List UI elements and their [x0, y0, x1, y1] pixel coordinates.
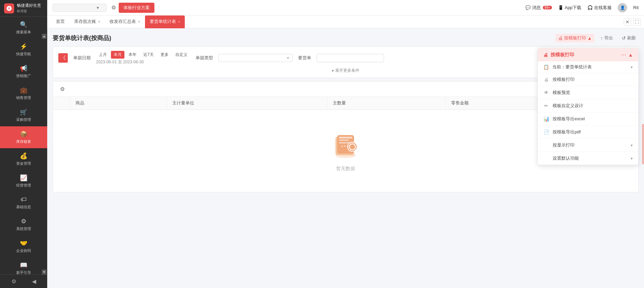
date-tab-more[interactable]: 更多: [158, 51, 171, 59]
print-dropdown-item-excel[interactable]: 📊 按模板导出excel: [538, 113, 638, 126]
search-dropdown-icon[interactable]: ▾: [97, 5, 99, 10]
sidebar-label-sales: 销售管理: [16, 95, 31, 100]
operations-icon: 📈: [20, 174, 27, 182]
sidebar-item-marketing[interactable]: 📢 营销推广: [0, 61, 47, 83]
tab-inventory-batch[interactable]: 库存批次账 ×: [69, 15, 105, 28]
current-template-label: 当前：要货单统计表: [552, 64, 592, 70]
tabs-close-all-btn[interactable]: ✕: [624, 18, 631, 26]
app-download-label: App下载: [565, 5, 581, 11]
sidebar-scroll-down[interactable]: ▼: [42, 269, 47, 275]
tab-home-label: 首页: [56, 19, 65, 25]
sidebar-label-finance: 资金管理: [16, 161, 31, 166]
date-tab-this-year[interactable]: 本年: [126, 51, 139, 59]
header-gear-icon[interactable]: ⚙: [111, 4, 116, 11]
tab-order-stats[interactable]: 要货单统计表 ×: [145, 15, 185, 28]
avatar-icon: 👤: [620, 5, 625, 10]
tabs-expand-btn[interactable]: ⛶: [633, 18, 641, 26]
print-dropdown-header-controls: ⋯ ▲: [621, 52, 633, 58]
order-num-input-wrapper: [317, 54, 384, 62]
doc-type-dropdown[interactable]: ▾: [218, 54, 293, 62]
top-header: ▾ ⚙ 体验行业方案 💬 消息 99+ 📱 App下载 🎧 在线客服 👤 Rit: [47, 0, 644, 15]
tab-order-stats-close[interactable]: ×: [178, 20, 180, 24]
print-dropdown-more-icon[interactable]: ⋯: [621, 52, 626, 58]
empty-text: 暂无数据: [336, 166, 355, 172]
marketing-icon: 📢: [20, 65, 27, 72]
sidebar-item-system[interactable]: ⚙ 系统管理: [0, 214, 47, 235]
print-dropdown-item-pdf[interactable]: 📄 按模板导出pdf: [538, 126, 638, 139]
order-num-input[interactable]: [320, 56, 380, 61]
sidebar-item-search[interactable]: 🔍 搜索菜单: [0, 17, 47, 39]
print-btn[interactable]: 🖨 按模板打印 ▲: [555, 34, 594, 42]
table-col-product: 商品: [70, 97, 167, 110]
print-dropdown-item-custom[interactable]: ✏ 模板自定义设计: [538, 99, 638, 113]
header-search-box[interactable]: ▾: [53, 4, 107, 12]
quicknav-icon: ⚡: [20, 43, 27, 50]
date-filter-group: 上月 本月 本年 近7天 更多: [96, 51, 190, 65]
sidebar-item-sales[interactable]: 💼 销售管理: [0, 83, 47, 104]
refresh-btn[interactable]: ↺ 刷新: [619, 34, 639, 42]
filter-expand-btn[interactable]: 《: [58, 53, 68, 63]
template-print-label: 按模板打印: [553, 76, 575, 83]
print-dropdown-item-display[interactable]: 按显示打印 ▾: [538, 139, 638, 152]
refresh-label: 刷新: [627, 35, 636, 41]
page-content: 要货单统计表(按商品) 🖨 按模板打印 ▲ ↑ 导出 ↺ 刷新: [47, 28, 644, 288]
tab-home[interactable]: 首页: [51, 15, 69, 28]
print-dropdown-icon: 🖨: [543, 52, 548, 58]
online-service-label: 在线客服: [594, 5, 612, 11]
refresh-icon: ↺: [622, 35, 626, 41]
print-dropdown-header[interactable]: 🖨 按模板打印 ⋯ ▲: [538, 48, 638, 61]
sidebar-scroll-up[interactable]: ▲: [42, 34, 47, 39]
sidebar-label-operations: 经营管理: [16, 183, 31, 188]
empty-illustration: [329, 130, 362, 160]
sidebar-item-finance[interactable]: 💰 资金管理: [0, 148, 47, 170]
user-avatar[interactable]: 👤: [618, 3, 627, 12]
date-tab-last-month[interactable]: 上月: [96, 51, 110, 59]
sidebar-nav: 🔍 搜索菜单 ⚡ 快捷导航 📢 营销推广 💼 销售管理 🛒 采购管理 📦 库存核…: [0, 17, 47, 288]
header-search-input[interactable]: [56, 5, 97, 10]
sidebar-item-basics[interactable]: 🏷 基础信息: [0, 192, 47, 214]
current-template-icon: 📋: [543, 64, 549, 70]
date-tab-this-month[interactable]: 本月: [111, 51, 124, 59]
set-default-label: 设置默认功能: [553, 155, 579, 161]
online-service-action[interactable]: 🎧 在线客服: [587, 5, 612, 11]
sidebar-item-enterprise[interactable]: 🤝 企业协同: [0, 235, 47, 257]
table-col-index: [53, 97, 70, 110]
industry-btn[interactable]: 体验行业方案: [119, 3, 154, 13]
message-label: 消息: [532, 5, 541, 11]
collapse-icon[interactable]: ◀: [32, 278, 36, 285]
message-action[interactable]: 💬 消息 99+: [525, 5, 552, 11]
sidebar-item-quicknav[interactable]: ⚡ 快捷导航: [0, 39, 47, 61]
sidebar-label-quicknav: 快捷导航: [16, 52, 31, 57]
tabs-right: ✕ ⛶: [624, 18, 641, 26]
print-dropdown-collapse-icon[interactable]: ▲: [628, 52, 633, 58]
set-default-arrow: ▾: [631, 156, 633, 161]
print-dropdown-item-preview[interactable]: 👁 模板预览: [538, 86, 638, 99]
sidebar-item-inventory[interactable]: 📦 库存核算: [0, 126, 47, 148]
svg-line-8: [355, 150, 358, 153]
print-dropdown: 🖨 按模板打印 ⋯ ▲ 📋 当前：要货单统计表: [537, 48, 639, 165]
purchase-icon: 🛒: [20, 108, 27, 116]
tab-stock-summary[interactable]: 收发存汇总表 ×: [105, 15, 145, 28]
print-current-template[interactable]: 📋 当前：要货单统计表 ▾: [538, 61, 638, 73]
sidebar-item-operations[interactable]: 📈 经营管理: [0, 170, 47, 192]
template-pdf-icon: 📄: [543, 129, 549, 135]
export-btn[interactable]: ↑ 导出: [598, 34, 616, 42]
print-dropdown-item-default[interactable]: 设置默认功能 ▾: [538, 152, 638, 165]
date-tab-7days[interactable]: 近7天: [141, 51, 156, 59]
right-scrollbar[interactable]: [642, 124, 644, 164]
tab-inventory-batch-close[interactable]: ×: [98, 20, 100, 24]
sidebar-item-purchase[interactable]: 🛒 采购管理: [0, 104, 47, 126]
print-dropdown-item-template-print[interactable]: 🖨 按模板打印: [538, 73, 638, 86]
message-badge: 99+: [543, 6, 552, 9]
sidebar-label-system: 系统管理: [16, 226, 31, 231]
template-preview-label: 模板预览: [553, 90, 570, 96]
app-download-action[interactable]: 📱 App下载: [558, 5, 581, 11]
tab-stock-summary-close[interactable]: ×: [138, 20, 140, 24]
display-print-arrow: ▾: [631, 143, 633, 148]
template-print-icon: 🖨: [543, 77, 549, 82]
guide-icon: 📖: [20, 261, 27, 269]
app-badge: 标准版: [17, 9, 41, 13]
date-tab-custom[interactable]: 自定义: [173, 51, 190, 59]
settings-icon[interactable]: ⚙: [11, 278, 16, 285]
table-settings-icon[interactable]: ⚙: [58, 85, 66, 93]
